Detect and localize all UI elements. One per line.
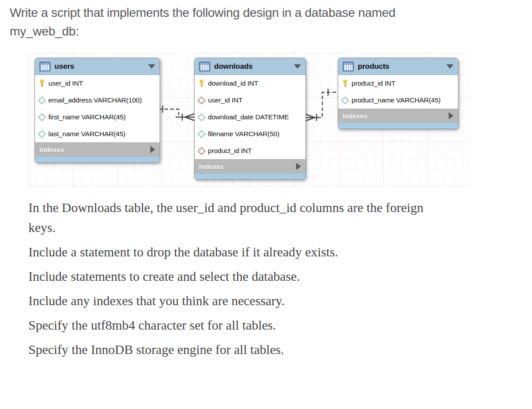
eer-diagram-canvas: users user_id INTemail_address VARCHAR(1… <box>28 53 470 189</box>
table-header: products <box>338 58 458 75</box>
relationship-users-downloads <box>159 106 195 121</box>
prompt-text: Write a script that implements the follo… <box>10 4 395 41</box>
diamond-shape <box>38 113 46 121</box>
diamond-shape <box>197 96 205 104</box>
column-diamond-icon <box>39 131 45 137</box>
entity-table-users: users user_id INTemail_address VARCHAR(1… <box>35 58 160 163</box>
diamond-shape <box>197 147 205 155</box>
diamond-shape <box>197 113 205 121</box>
column-text: product_name VARCHAR(45) <box>352 96 441 104</box>
expand-right-icon[interactable] <box>296 163 301 170</box>
table-footer-strip <box>338 122 458 129</box>
indexes-bar: Indexes <box>35 142 160 156</box>
table-body: user_id INTemail_address VARCHAR(100)fir… <box>35 75 160 142</box>
column-text: user_id INT <box>48 79 83 87</box>
column-text: user_id INT <box>208 96 243 104</box>
diamond-shape <box>38 96 46 104</box>
column-row: user_id INT <box>35 75 160 92</box>
table-body: product_id INTproduct_name VARCHAR(45) <box>338 75 458 109</box>
entity-table-downloads: downloads download_id INTuser_id INTdown… <box>194 58 306 180</box>
table-footer-strip <box>35 156 160 162</box>
column-row: download_id INT <box>195 75 305 92</box>
requirement-paragraph: Specify the InnoDB storage engine for al… <box>28 340 525 360</box>
table-grid-icon <box>39 62 51 71</box>
expand-right-icon[interactable] <box>150 146 155 153</box>
column-diamond-icon <box>342 98 348 103</box>
column-row: first_name VARCHAR(45) <box>35 109 160 126</box>
table-footer-strip <box>195 173 305 179</box>
foreign-key-diamond-icon <box>198 98 205 103</box>
column-row: product_name VARCHAR(45) <box>338 92 458 109</box>
requirements-text: In the Downloads table, the user_id and … <box>28 198 525 364</box>
chevron-down-icon[interactable] <box>446 64 454 69</box>
prompt-line-2: my_web_db: <box>10 22 395 41</box>
column-row: filename VARCHAR(50) <box>195 126 305 142</box>
indexes-label: Indexes <box>39 146 64 153</box>
indexes-label: Indexes <box>199 163 224 170</box>
table-body: download_id INTuser_id INTdownload_date … <box>195 75 305 159</box>
foreign-key-diamond-icon <box>198 148 205 154</box>
expand-right-icon[interactable] <box>449 112 454 119</box>
column-text: product_id INT <box>352 79 395 87</box>
table-header: downloads <box>195 58 305 75</box>
table-title: users <box>55 62 74 71</box>
column-diamond-icon <box>39 98 45 103</box>
prompt-line-1: Write a script that implements the follo… <box>10 4 395 22</box>
column-diamond-icon <box>198 114 205 120</box>
diamond-shape <box>38 130 46 138</box>
primary-key-icon <box>198 79 205 87</box>
column-row: user_id INT <box>195 92 305 109</box>
requirement-paragraph: Include any indexes that you think are n… <box>28 291 525 311</box>
column-row: email_address VARCHAR(100) <box>35 92 160 109</box>
column-diamond-icon <box>39 114 45 120</box>
column-text: product_id INT <box>208 147 252 155</box>
column-text: download_id INT <box>208 79 258 87</box>
column-text: filename VARCHAR(50) <box>208 130 279 138</box>
table-header: users <box>35 58 160 75</box>
diamond-shape <box>197 130 205 138</box>
requirement-paragraph: Include statements to create and select … <box>28 267 525 287</box>
relationship-products-downloads <box>305 89 338 121</box>
column-row: product_id INT <box>195 142 305 159</box>
column-text: last_name VARCHAR(45) <box>48 130 125 138</box>
primary-key-icon <box>342 79 348 87</box>
indexes-label: Indexes <box>343 112 368 120</box>
requirement-paragraph: Include a statement to drop the database… <box>28 242 525 262</box>
requirement-paragraph: Specify the utf8mb4 character set for al… <box>28 315 525 335</box>
chevron-down-icon[interactable] <box>294 64 301 69</box>
requirement-paragraph: In the Downloads table, the user_id and … <box>28 198 525 238</box>
indexes-bar: Indexes <box>338 109 458 122</box>
column-row: product_id INT <box>338 75 458 92</box>
entity-table-products: products product_id INTproduct_name VARC… <box>338 58 458 129</box>
chevron-down-icon[interactable] <box>148 64 155 69</box>
column-diamond-icon <box>198 131 205 137</box>
column-row: last_name VARCHAR(45) <box>35 126 160 142</box>
table-grid-icon <box>199 62 210 71</box>
diamond-shape <box>341 96 349 104</box>
column-text: email_address VARCHAR(100) <box>48 96 142 104</box>
column-text: first_name VARCHAR(45) <box>48 113 125 121</box>
table-title: products <box>358 62 389 71</box>
indexes-bar: Indexes <box>195 159 305 173</box>
column-text: download_date DATETIME <box>208 113 289 121</box>
primary-key-icon <box>39 79 45 87</box>
table-grid-icon <box>343 62 354 71</box>
table-title: downloads <box>214 62 253 71</box>
column-row: download_date DATETIME <box>195 109 305 126</box>
